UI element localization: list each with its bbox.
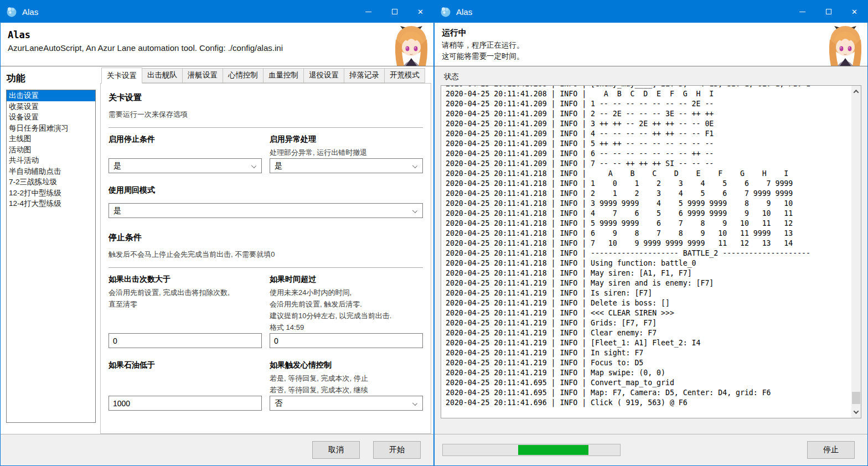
log-line: 2020-04-25 20:11:41.219 | INFO | May sir… [446, 278, 851, 288]
tab-7[interactable]: 开荒模式 [384, 68, 425, 83]
log-line: 2020-04-25 20:11:41.219 | INFO | [Fleet_… [446, 338, 851, 348]
sidebar-item-3[interactable]: 每日任务困难演习 [7, 123, 95, 134]
tab-5[interactable]: 退役设置 [303, 68, 344, 83]
count-gt-help-2: 直至清零 [108, 298, 262, 310]
settings-body: 功能 出击设置收菜设置设备设置每日任务困难演习主线图活动图共斗活动半自动辅助点击… [1, 66, 433, 434]
log-line: 2020-04-25 20:11:41.209 | INFO | 5 ++ ++… [446, 139, 851, 149]
stop-section-title: 停止条件 [108, 232, 423, 243]
running-line-1: 请稍等，程序正在运行。 [442, 40, 524, 51]
log-line: 2020-04-25 20:11:41.219 | INFO | In sigh… [446, 348, 851, 358]
stop-button[interactable]: 停止 [807, 441, 855, 459]
loop-mode-value: 是 [113, 206, 121, 216]
minimize-button[interactable] [789, 1, 815, 23]
log-line: 2020-04-25 20:11:41.219 | INFO | Map swi… [446, 368, 851, 378]
progress-chunk [518, 445, 588, 455]
sidebar-item-2[interactable]: 设备设置 [7, 112, 95, 123]
chevron-down-icon [412, 208, 417, 213]
alas-logo-icon [6, 6, 18, 18]
sidebar-item-8[interactable]: 7-2三战拣垃圾 [7, 177, 95, 188]
sidebar-item-5[interactable]: 活动图 [7, 144, 95, 156]
progress-bar [442, 444, 621, 456]
scroll-down-button[interactable] [851, 407, 861, 417]
log-line: 2020-04-25 20:11:41.695 | INFO | Convert… [446, 378, 851, 388]
log-line: 2020-04-25 20:11:41.219 | INFO | Delete … [446, 298, 851, 308]
scrollbar-thumb[interactable] [852, 392, 860, 404]
chevron-down-icon [251, 163, 256, 168]
log-line: 2020-04-25 20:11:41.219 | INFO | Is sire… [446, 288, 851, 298]
close-icon: ✕ [417, 8, 423, 15]
tab-6[interactable]: 掉落记录 [344, 68, 385, 83]
enable-exception-select[interactable]: 是 [270, 158, 423, 173]
section-hint: 需要运行一次来保存选项 [108, 110, 423, 120]
log-line: 2020-04-25 20:11:41.219 | INFO | Clear e… [446, 328, 851, 338]
enable-stop-value: 是 [113, 161, 121, 171]
runner-footer: 停止 [435, 434, 867, 465]
window-title: Alas [456, 7, 472, 17]
log-line: 2020-04-25 20:11:41.209 | INFO | 1 -- --… [446, 99, 851, 109]
enable-stop-select[interactable]: 是 [108, 158, 262, 173]
sidebar-item-1[interactable]: 收菜设置 [7, 101, 95, 112]
maximize-button[interactable] [381, 1, 407, 23]
close-icon: ✕ [851, 8, 857, 15]
start-button[interactable]: 开始 [373, 441, 421, 459]
time-over-help-3: 建议提前10分钟左右, 以完成当前出击. [270, 310, 423, 322]
log-line: 2020-04-25 20:11:41.218 | INFO | 3 9999 … [446, 199, 851, 209]
running-line-2: 这可能将需要一定时间。 [442, 51, 524, 62]
loop-mode-select[interactable]: 是 [108, 203, 423, 218]
tab-4[interactable]: 血量控制 [263, 68, 304, 83]
count-gt-input[interactable] [108, 333, 262, 348]
settings-window: Alas ✕ Alas AzurLaneAutoScript, An Azur … [0, 0, 434, 466]
log-line: 2020-04-25 20:11:41.218 | INFO | 4 7 6 5… [446, 209, 851, 219]
sidebar-item-6[interactable]: 共斗活动 [7, 155, 95, 166]
sidebar-item-10[interactable]: 12-4打大型练级 [7, 198, 95, 209]
log-line: 2020-04-25 20:11:41.218 | INFO | 1 0 1 2… [446, 179, 851, 189]
cancel-button[interactable]: 取消 [312, 441, 360, 459]
log-line: 2020-04-25 20:11:41.209 | INFO | 6 -- --… [446, 149, 851, 159]
scroll-up-button[interactable] [851, 87, 861, 96]
loop-mode-label: 使用周回模式 [108, 185, 423, 195]
emotion-select[interactable]: 否 [270, 396, 423, 411]
log-line: 2020-04-25 20:11:41.209 | INFO | 2 -- 2E… [446, 109, 851, 119]
close-button[interactable]: ✕ [407, 1, 433, 23]
log-line: 2020-04-25 20:11:41.218 | INFO | May sir… [446, 268, 851, 278]
tab-1[interactable]: 出击舰队 [142, 68, 183, 83]
tab-3[interactable]: 心情控制 [223, 68, 264, 83]
log-line: 2020-04-25 20:11:41.218 | INFO | -------… [446, 248, 851, 258]
minimize-button[interactable] [355, 1, 381, 23]
log-line: 2020-04-25 20:11:41.209 | INFO | 7 -- --… [446, 159, 851, 169]
stop-section-hint: 触发后不会马上停止会先完成当前出击, 不需要就填0 [108, 250, 423, 260]
log-scrollbar[interactable] [851, 86, 861, 418]
window-title: Alas [22, 7, 38, 17]
enable-exception-value: 是 [275, 161, 282, 171]
sidebar-item-7[interactable]: 半自动辅助点击 [7, 166, 95, 177]
time-over-help-1: 使用未来24小时内的时间, [270, 287, 423, 298]
tab-0[interactable]: 关卡设置 [101, 68, 142, 84]
emotion-label: 如果触发心情控制 [270, 360, 423, 370]
sidebar-item-9[interactable]: 12-2打中型练级 [7, 188, 95, 199]
time-over-input[interactable] [270, 333, 423, 348]
log-line: 2020-04-25 20:11:41.219 | INFO | <<< CLE… [446, 308, 851, 318]
oil-below-input[interactable] [108, 396, 262, 411]
sidebar-item-4[interactable]: 主线图 [7, 133, 95, 144]
app-root: Alas ✕ Alas AzurLaneAutoScript, An Azur … [0, 0, 868, 466]
close-button[interactable]: ✕ [841, 1, 867, 23]
sidebar-title: 功能 [7, 72, 96, 85]
app-title: Alas [8, 29, 283, 40]
sidebar: 功能 出击设置收菜设置设备设置每日任务困难演习主线图活动图共斗活动半自动辅助点击… [1, 66, 100, 434]
count-gt-label: 如果出击次数大于 [108, 275, 262, 284]
log-output: 2020-04-25 20:11:41.208 | INFO | [enemy_… [441, 86, 851, 418]
maximize-button[interactable] [815, 1, 841, 23]
log-line: 2020-04-25 20:11:41.219 | INFO | Focus t… [446, 358, 851, 368]
avatar [828, 25, 863, 66]
maximize-icon [826, 9, 831, 14]
log-line: 2020-04-25 20:11:41.218 | INFO | A B C D… [446, 169, 851, 179]
time-over-label: 如果时间超过 [270, 275, 423, 284]
chevron-down-icon [412, 163, 417, 168]
log-line: 2020-04-25 20:11:41.696 | INFO | Click (… [446, 398, 851, 408]
chevron-down-icon [854, 408, 859, 414]
sidebar-item-0[interactable]: 出击设置 [7, 90, 95, 101]
log-line: 2020-04-25 20:11:41.218 | INFO | 6 9 8 7… [446, 229, 851, 239]
log-line: 2020-04-25 20:11:41.209 | INFO | 3 ++ ++… [446, 119, 851, 129]
tab-2[interactable]: 潜艇设置 [182, 68, 223, 83]
log-line: 2020-04-25 20:11:41.219 | INFO | Grids: … [446, 318, 851, 328]
